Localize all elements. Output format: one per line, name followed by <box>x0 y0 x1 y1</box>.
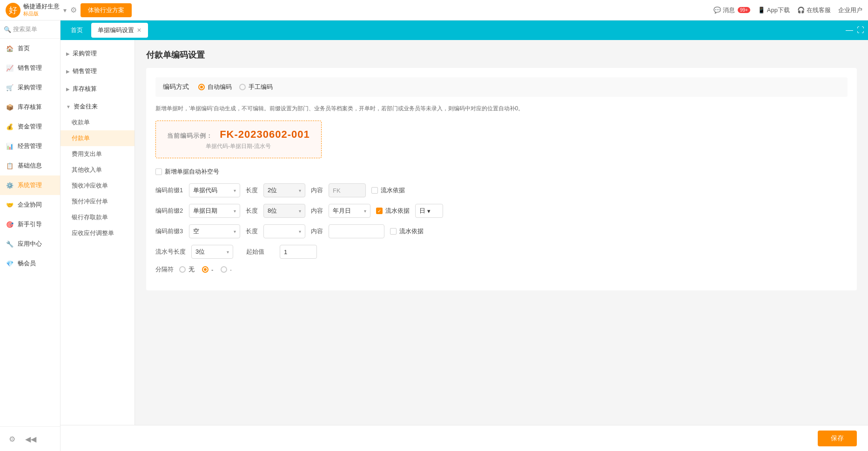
sep-dot2-circle <box>221 266 227 273</box>
start-value-input[interactable] <box>280 245 317 259</box>
chevron-down-icon: ▾ <box>299 209 301 214</box>
sidebar-item-sales[interactable]: 📈 销售管理 <box>0 58 60 78</box>
user-name[interactable]: 企业用户 <box>838 6 862 14</box>
tab-encoding[interactable]: 单据编码设置 ✕ <box>91 23 148 38</box>
settings-btn[interactable]: ⚙ <box>5 431 20 446</box>
headset-icon: 🎧 <box>797 7 805 13</box>
system-icon: ⚙️ <box>6 181 14 189</box>
tab-home[interactable]: 首页 <box>64 23 89 38</box>
chevron-down-icon[interactable]: ▾ <box>63 7 67 14</box>
chevron-down-icon: ▼ <box>66 104 71 109</box>
finance-icon: 💰 <box>6 122 14 131</box>
sub-sidebar: ▶ 采购管理 ▶ 销售管理 ▶ 库存核算 <box>61 40 135 425</box>
chevron-right-icon: ▶ <box>66 87 70 92</box>
bottom-bar: 保存 <box>61 425 868 451</box>
app-label: App下载 <box>767 6 790 14</box>
length-select-2: 8位 ▾ <box>263 204 305 218</box>
sep-label: 分隔符 <box>155 265 174 274</box>
tab-close-icon[interactable]: ✕ <box>137 27 141 34</box>
app-download[interactable]: 📱 App下载 <box>758 6 790 14</box>
sub-group-inventory-header[interactable]: ▶ 库存核算 <box>61 81 135 97</box>
chevron-down-icon: ▾ <box>364 209 366 214</box>
content-input-3[interactable] <box>329 224 384 238</box>
industry-btn[interactable]: 体验行业方案 <box>81 3 132 17</box>
sidebar-item-purchase[interactable]: 🛒 采购管理 <box>0 78 60 97</box>
auto-fill-checkbox[interactable]: 新增单据自动补空号 <box>155 168 219 176</box>
sidebar-item-vip[interactable]: 💎 畅会员 <box>0 254 60 273</box>
serial-checkbox-1[interactable]: 流水依据 <box>371 186 405 195</box>
sidebar-item-collab[interactable]: 🤝 企业协同 <box>0 195 60 215</box>
search-menu-btn[interactable]: 🔍 搜索菜单 <box>0 20 60 39</box>
msg-item[interactable]: 💬 消息 99+ <box>713 6 750 14</box>
sep-dot[interactable]: - <box>202 266 213 273</box>
length-select-3[interactable]: ▾ <box>263 224 305 238</box>
sidebar-item-label: 新手引导 <box>18 220 42 229</box>
serial-length-select[interactable]: 3位 ▾ <box>191 245 233 259</box>
sidebar-item-label: 应用中心 <box>18 240 42 248</box>
chevron-down-icon: ▾ <box>427 208 431 215</box>
save-button[interactable]: 保存 <box>818 431 857 446</box>
encoding-method-row: 编码方式 自动编码 手工编码 <box>155 77 848 97</box>
sub-menu-adjust[interactable]: 应收应付调整单 <box>61 225 135 241</box>
sidebar-item-system[interactable]: ⚙️ 系统管理 <box>0 175 60 195</box>
search-menu-label: 搜索菜单 <box>13 25 37 34</box>
serial-checkbox-2[interactable]: ✓ 流水依据 <box>376 207 410 215</box>
serial-length-val: 3位 <box>195 248 225 256</box>
length-val-2: 8位 <box>268 207 297 215</box>
sidebar-item-management[interactable]: 📊 经营管理 <box>0 136 60 156</box>
content-label-1: 内容 <box>311 186 323 195</box>
sidebar-item-inventory[interactable]: 📦 库存核算 <box>0 97 60 117</box>
sub-menu-other-income[interactable]: 其他收入单 <box>61 162 135 178</box>
sidebar-item-home[interactable]: 🏠 首页 <box>0 39 60 58</box>
minimize-icon[interactable]: — <box>846 26 853 34</box>
sub-menu-expense[interactable]: 费用支出单 <box>61 146 135 162</box>
sidebar-item-apps[interactable]: 🔧 应用中心 <box>0 234 60 254</box>
service-item[interactable]: 🎧 在线客服 <box>797 6 831 14</box>
purchase-icon: 🛒 <box>6 83 14 92</box>
sidebar-item-finance[interactable]: 💰 资金管理 <box>0 117 60 136</box>
top-nav: ▾ ⚙ 体验行业方案 <box>63 3 132 17</box>
sub-group-purchase-header[interactable]: ▶ 采购管理 <box>61 46 135 61</box>
tab-home-label: 首页 <box>71 26 83 34</box>
chevron-down-icon: ▾ <box>299 229 301 234</box>
logo-text-wrap: 畅捷通好生意 标品版 <box>23 3 60 17</box>
sub-group-capital: ▼ 资金往来 收款单 付款单 费用支出单 其他收入单 预收冲应收单 预付冲应付单… <box>61 99 135 241</box>
sub-group-sales-header[interactable]: ▶ 销售管理 <box>61 63 135 79</box>
prefix-select-3[interactable]: 空 ▾ <box>189 224 240 238</box>
content-val-2: 年月日 <box>333 207 362 215</box>
main-content: 付款单编码设置 编码方式 自动编码 手工编码 <box>135 40 868 425</box>
radio-manual[interactable]: 手工编码 <box>239 83 273 91</box>
auto-fill-label: 新增单据自动补空号 <box>165 168 219 176</box>
app-icon: 📱 <box>758 7 765 13</box>
sep-none[interactable]: 无 <box>179 265 195 274</box>
day-select-box[interactable]: 日 ▾ <box>415 204 443 218</box>
radio-auto[interactable]: 自动编码 <box>198 83 232 91</box>
serial-checkbox-3[interactable]: 流水依据 <box>390 227 424 236</box>
day-val: 日 <box>419 207 425 215</box>
sub-menu-payment[interactable]: 付款单 <box>61 130 135 146</box>
sub-menu-bank[interactable]: 银行存取款单 <box>61 209 135 225</box>
collapse-btn[interactable]: ◀◀ <box>23 431 38 446</box>
sidebar-item-label: 基础信息 <box>18 162 42 170</box>
sub-menu-pre-recv[interactable]: 预收冲应收单 <box>61 178 135 194</box>
sub-group-capital-header[interactable]: ▼ 资金往来 <box>61 99 135 114</box>
maximize-icon[interactable]: ⛶ <box>857 26 864 34</box>
prefix-row-3: 编码前缀3 空 ▾ 长度 ▾ 内容 <box>155 224 848 238</box>
gear-icon[interactable]: ⚙ <box>70 6 77 14</box>
sidebar-item-basic[interactable]: 📋 基础信息 <box>0 156 60 175</box>
service-label: 在线客服 <box>807 6 831 14</box>
sidebar-item-guide[interactable]: 🎯 新手引导 <box>0 215 60 234</box>
content-select-2[interactable]: 年月日 ▾ <box>329 204 370 218</box>
length-val-1: 2位 <box>268 186 297 195</box>
sub-menu-pre-pay[interactable]: 预付冲应付单 <box>61 194 135 209</box>
content-label-3: 内容 <box>311 227 323 236</box>
chevron-right-icon: ▶ <box>66 51 70 56</box>
prefix-select-1[interactable]: 单据代码 ▾ <box>189 183 240 197</box>
chevron-down-icon: ▾ <box>234 229 236 234</box>
sub-menu-receipt[interactable]: 收款单 <box>61 114 135 130</box>
sidebar-item-label: 库存核算 <box>18 103 42 111</box>
prefix-select-2[interactable]: 单据日期 ▾ <box>189 204 240 218</box>
guide-icon: 🎯 <box>6 220 14 229</box>
sep-dot2[interactable]: · <box>221 266 232 273</box>
sidebar: 🔍 搜索菜单 🏠 首页 📈 销售管理 🛒 采购管理 📦 库存核算 💰 <box>0 20 61 451</box>
